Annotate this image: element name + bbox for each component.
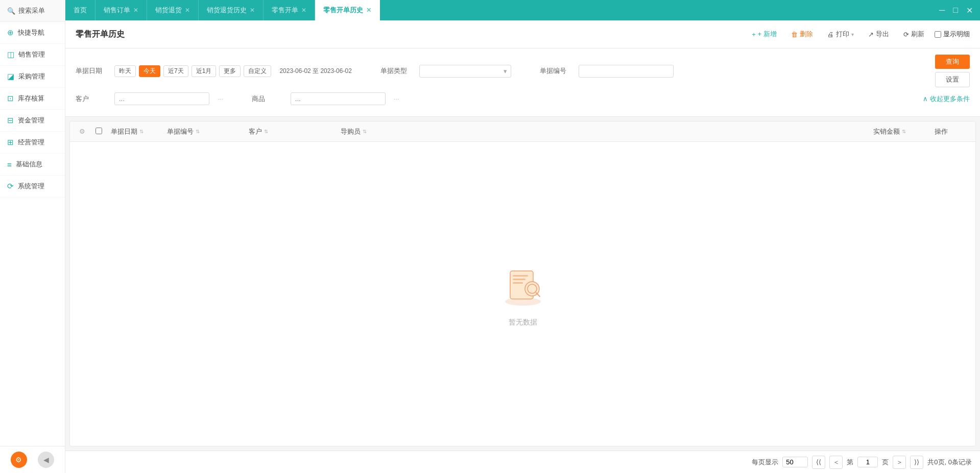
collapse-icon: ◀ (43, 456, 49, 464)
goods-ellipsis[interactable]: ··· (394, 95, 399, 103)
sys-mgmt-icon: ⟳ (7, 182, 14, 191)
print-dropdown-icon: ▾ (851, 32, 854, 37)
tab-sales-return[interactable]: 销货退货 ✕ (147, 0, 199, 20)
delete-label: 删除 (800, 30, 813, 39)
refresh-icon: ⟳ (903, 31, 909, 38)
sidebar-item-sales-mgmt[interactable]: ◫ 销售管理 (0, 44, 65, 66)
sales-mgmt-icon: ◫ (7, 50, 14, 59)
th-customer-sort-icon: ⇅ (264, 129, 268, 134)
date-shortcut-btns: 昨天 今天 近7天 近1月 更多 自定义 (114, 65, 271, 77)
customer-input[interactable] (114, 92, 209, 105)
sidebar-item-label: 经营管理 (18, 138, 44, 147)
display-detail-label: 显示明细 (943, 30, 970, 39)
delete-button[interactable]: 🗑 删除 (787, 28, 817, 41)
tab-sales-order[interactable]: 销售订单 ✕ (95, 0, 147, 20)
th-action: 操作 (930, 127, 971, 136)
date-btn-1month[interactable]: 近1月 (192, 65, 217, 77)
tab-sales-return-close[interactable]: ✕ (185, 7, 190, 14)
th-guide[interactable]: 导购员 ⇅ (337, 127, 398, 136)
svg-rect-2 (513, 275, 528, 277)
filter-row-1: 单据日期 昨天 今天 近7天 近1月 更多 自定义 2023-06-02 至 2… (76, 55, 970, 87)
date-btn-yesterday[interactable]: 昨天 (114, 65, 136, 77)
print-button[interactable]: 🖨 打印 ▾ (823, 28, 858, 41)
select-all-checkbox[interactable] (90, 128, 107, 136)
query-button[interactable]: 查询 (935, 55, 970, 69)
sidebar-item-finance[interactable]: ⊟ 资金管理 (0, 110, 65, 132)
sidebar-item-base-info[interactable]: ≡ 基础信息 (0, 154, 65, 176)
bill-num-input[interactable] (579, 65, 674, 78)
date-filter-label: 单据日期 (76, 66, 106, 76)
display-detail-checkbox[interactable]: 显示明细 (935, 30, 970, 39)
window-maximize-icon[interactable]: □ (951, 4, 960, 17)
collapse-up-icon: ∧ (923, 95, 928, 103)
th-num[interactable]: 单据编号 ⇅ (163, 127, 245, 136)
tab-retail-open-history[interactable]: 零售开单历史 ✕ (315, 0, 380, 20)
tab-sales-order-close[interactable]: ✕ (133, 7, 138, 14)
settings-button[interactable]: ⚙ (11, 452, 27, 468)
add-button[interactable]: + + 新增 (748, 28, 781, 41)
sidebar-item-inventory[interactable]: ⊡ 库存核算 (0, 88, 65, 110)
query-btns: 查询 设置 (935, 55, 970, 87)
refresh-button[interactable]: ⟳ 刷新 (899, 28, 928, 41)
sidebar-search[interactable]: 🔍 搜索采单 (0, 0, 65, 22)
bill-type-label: 单据类型 (380, 66, 411, 76)
sidebar-item-operations[interactable]: ⊞ 经营管理 (0, 132, 65, 154)
sidebar-search-label: 搜索采单 (18, 6, 45, 15)
print-label: 打印 (836, 30, 849, 39)
date-btn-more[interactable]: 更多 (219, 65, 241, 77)
sidebar: 🔍 搜索采单 ⊕ 快捷导航 ◫ 销售管理 ◪ 采购管理 ⊡ 库存核算 ⊟ 资金管… (0, 0, 65, 473)
sidebar-item-sys-mgmt[interactable]: ⟳ 系统管理 (0, 176, 65, 197)
sidebar-item-label: 快捷导航 (18, 28, 44, 37)
th-num-sort-icon: ⇅ (196, 129, 200, 134)
sidebar-item-quick-nav[interactable]: ⊕ 快捷导航 (0, 22, 65, 44)
window-minimize-icon[interactable]: ─ (937, 4, 947, 17)
tab-home[interactable]: 首页 (65, 0, 95, 20)
pagination-page-input[interactable] (857, 457, 878, 467)
th-customer[interactable]: 客户 ⇅ (245, 127, 337, 136)
customer-ellipsis[interactable]: ··· (218, 95, 223, 103)
pagination-next-btn[interactable]: ＞ (893, 456, 906, 469)
pagination-first-btn[interactable]: ⟨⟨ (812, 456, 825, 469)
column-settings-icon[interactable]: ⚙ (74, 128, 90, 135)
tab-sales-return-history[interactable]: 销货退货历史 ✕ (199, 0, 264, 20)
tab-sales-order-label: 销售订单 (104, 6, 130, 15)
purchase-mgmt-icon: ◪ (7, 72, 14, 81)
print-icon: 🖨 (827, 31, 834, 38)
th-date[interactable]: 单据日期 ⇅ (107, 127, 163, 136)
tab-sales-return-history-close[interactable]: ✕ (250, 7, 255, 14)
bill-type-select[interactable] (419, 65, 511, 78)
content-area: 零售开单历史 + + 新增 🗑 删除 🖨 打印 ▾ ↗ 导出 (65, 20, 980, 473)
goods-input[interactable] (291, 92, 386, 105)
goods-filter-label: 商品 (252, 94, 282, 104)
toolbar: + + 新增 🗑 删除 🖨 打印 ▾ ↗ 导出 ⟳ (748, 28, 970, 48)
th-date-label: 单据日期 (111, 127, 137, 136)
display-detail-input[interactable] (935, 31, 941, 38)
tab-retail-open[interactable]: 零售开单 ✕ (264, 0, 315, 20)
date-btn-today[interactable]: 今天 (139, 65, 160, 77)
bill-type-select-wrap (419, 65, 511, 78)
base-info-icon: ≡ (7, 160, 12, 169)
pagination-last-btn[interactable]: ⟩⟩ (910, 456, 923, 469)
add-label: + 新增 (758, 30, 777, 39)
settings-query-button[interactable]: 设置 (935, 72, 970, 87)
sidebar-item-label: 系统管理 (18, 182, 44, 191)
export-button[interactable]: ↗ 导出 (864, 28, 893, 41)
per-page-label: 每页显示 (752, 458, 778, 467)
per-page-select[interactable]: 10 20 50 100 (782, 457, 808, 467)
pagination: 每页显示 10 20 50 100 ⟨⟨ ＜ 第 页 ＞ ⟩⟩ 共0页, 0条记… (65, 451, 980, 473)
tab-bar-right: ─ □ ✕ (937, 0, 980, 20)
th-guide-label: 导购员 (341, 127, 361, 136)
finance-icon: ⊟ (7, 116, 14, 125)
date-btn-custom[interactable]: 自定义 (244, 65, 271, 77)
select-all-input[interactable] (95, 128, 102, 134)
date-btn-7days[interactable]: 近7天 (163, 65, 188, 77)
th-amount[interactable]: 实销金额 ⇅ (869, 127, 930, 136)
sidebar-item-label: 资金管理 (18, 116, 44, 125)
window-close-icon[interactable]: ✕ (964, 4, 975, 17)
pagination-prev-btn[interactable]: ＜ (829, 456, 843, 469)
collapse-filter-btn[interactable]: ∧ 收起更多条件 (923, 94, 970, 104)
collapse-button[interactable]: ◀ (38, 452, 54, 468)
tab-retail-open-close[interactable]: ✕ (301, 7, 306, 14)
tab-retail-open-history-close[interactable]: ✕ (366, 7, 371, 14)
sidebar-item-purchase-mgmt[interactable]: ◪ 采购管理 (0, 66, 65, 88)
